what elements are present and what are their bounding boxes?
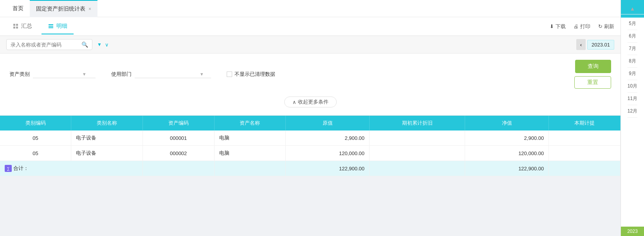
year-badge: 2023 — [621, 227, 644, 236]
table-container: 类别编码 类别名称 资产编码 资产名称 原值 期初累计折旧 净值 本期计提 05… — [0, 116, 621, 176]
print-icon: 🖨 — [574, 23, 579, 29]
date-label: 2023.01 — [592, 42, 610, 48]
search-icon: 🔍 — [81, 41, 88, 48]
total-icon: ∑ — [5, 165, 12, 172]
svg-rect-1 — [16, 24, 18, 26]
right-panel: ▲ 5月6月7月8月9月10月11月12月 2023 — [621, 0, 644, 236]
cell-asset-name: 电脑 — [214, 146, 286, 161]
month-item[interactable]: 8月 — [628, 55, 637, 68]
detail-label: 明细 — [56, 23, 67, 30]
collapse-up-icon: ∧ — [292, 99, 296, 105]
download-label: 下载 — [556, 23, 566, 30]
svg-rect-4 — [49, 24, 53, 25]
total-row: ∑ 合计： 122,900.00 122,900.00 — [0, 161, 621, 176]
hide-cleared-checkbox[interactable] — [227, 72, 232, 77]
total-net-value: 122,900.00 — [465, 161, 549, 176]
cell-asset-code: 000001 — [143, 131, 214, 146]
svg-rect-5 — [49, 26, 53, 27]
cell-accumulated-dep — [370, 131, 465, 146]
cell-asset-code: 000002 — [143, 146, 214, 161]
chevron-down-icon: ∨ — [105, 42, 109, 48]
col-current-period: 本期计提 — [549, 116, 621, 131]
cell-net-value: 120,000.00 — [465, 146, 549, 161]
total-label: 合计： — [13, 165, 29, 172]
asset-type-arrow: ▾ — [83, 71, 86, 77]
cell-category-name: 电子设备 — [71, 131, 143, 146]
col-original-value: 原值 — [286, 116, 370, 131]
total-asset-name — [214, 161, 286, 176]
col-accumulated-dep: 期初累计折旧 — [370, 116, 465, 131]
date-prev-btn[interactable]: ‹ — [576, 39, 586, 50]
cell-net-value: 2,900.00 — [465, 131, 549, 146]
month-item[interactable]: 7月 — [628, 43, 637, 55]
svg-rect-0 — [13, 24, 15, 26]
department-arrow: ▾ — [200, 71, 203, 77]
cell-category-name: 电子设备 — [71, 146, 143, 161]
col-net-value: 净值 — [465, 116, 549, 131]
department-label: 使用部门 — [111, 71, 132, 78]
tab-close-btn[interactable]: × — [88, 6, 91, 12]
top-bar: 首页 固定资产折旧统计表 × ✕ — [0, 0, 621, 17]
search-input[interactable] — [11, 42, 79, 48]
filter-row: 资产类别 ▾ 使用部门 ▾ 不显示已清理数据 查询 重置 — [9, 60, 611, 89]
asset-type-select[interactable]: ▾ — [33, 70, 96, 78]
month-list: 5月6月7月8月9月10月11月12月 — [628, 18, 637, 118]
search-bar: 🔍 ▼ ∨ ‹ 2023.01 — [0, 36, 621, 54]
query-btn[interactable]: 查询 — [575, 60, 611, 73]
right-panel-header: ▲ — [621, 0, 644, 18]
tab-active[interactable]: 固定资产折旧统计表 × — [30, 0, 97, 17]
refresh-btn[interactable]: ↻ 刷新 — [598, 23, 614, 30]
col-category-code: 类别编码 — [0, 116, 71, 131]
detail-icon — [48, 23, 54, 29]
scroll-up-btn[interactable]: ▲ — [621, 3, 644, 14]
tab-detail[interactable]: 明细 — [41, 19, 74, 34]
month-item[interactable]: 10月 — [628, 80, 637, 93]
department-select[interactable]: ▾ — [135, 70, 211, 78]
data-table: 类别编码 类别名称 资产编码 资产名称 原值 期初累计折旧 净值 本期计提 05… — [0, 116, 621, 176]
cell-category-code: 05 — [0, 146, 71, 161]
table-header-row: 类别编码 类别名称 资产编码 资产名称 原值 期初累计折旧 净值 本期计提 — [0, 116, 621, 131]
filter-icon: ▼ — [97, 42, 102, 47]
svg-rect-6 — [49, 27, 53, 28]
summary-icon — [13, 23, 19, 29]
cell-original-value: 120,000.00 — [286, 146, 370, 161]
col-asset-code: 资产编码 — [143, 116, 214, 131]
cell-accumulated-dep — [370, 146, 465, 161]
collapse-btn[interactable]: ∧ 收起更多条件 — [284, 97, 337, 107]
date-badge: 2023.01 — [587, 40, 614, 50]
department-field: 使用部门 ▾ — [111, 70, 211, 78]
hide-cleared-field: 不显示已清理数据 — [227, 71, 275, 78]
refresh-icon: ↻ — [598, 23, 603, 29]
print-btn[interactable]: 🖨 打印 — [574, 23, 590, 30]
summary-label: 汇总 — [21, 23, 32, 30]
filter-buttons: 查询 重置 — [574, 60, 611, 89]
print-label: 打印 — [580, 23, 590, 30]
table-row: 05 电子设备 000002 电脑 120,000.00 120,000.00 — [0, 146, 621, 161]
total-accumulated-dep — [370, 161, 465, 176]
tab-home[interactable]: 首页 — [6, 0, 30, 17]
month-item[interactable]: 5月 — [628, 18, 637, 30]
total-asset-code — [143, 161, 214, 176]
filter-panel: 资产类别 ▾ 使用部门 ▾ 不显示已清理数据 查询 重置 — [0, 54, 621, 116]
cell-current-period — [549, 131, 621, 146]
cell-current-period — [549, 146, 621, 161]
download-icon: ⬇ — [550, 23, 554, 29]
more-conditions-btn[interactable]: ▼ ∨ — [97, 42, 109, 48]
month-item[interactable]: 6月 — [628, 30, 637, 43]
asset-type-label: 资产类别 — [9, 71, 30, 78]
collapse-label: 收起更多条件 — [298, 98, 328, 105]
search-field-wrapper: 🔍 — [6, 39, 92, 50]
download-btn[interactable]: ⬇ 下载 — [550, 23, 566, 30]
reset-btn[interactable]: 重置 — [574, 76, 611, 89]
active-tab-label: 固定资产折旧统计表 — [36, 5, 85, 13]
col-category-name: 类别名称 — [71, 116, 143, 131]
svg-rect-3 — [16, 27, 18, 29]
month-item[interactable]: 9月 — [628, 68, 637, 80]
col-asset-name: 资产名称 — [214, 116, 286, 131]
total-label-cell: ∑ 合计： — [0, 161, 143, 176]
tab-summary[interactable]: 汇总 — [6, 19, 38, 34]
asset-type-field: 资产类别 ▾ — [9, 70, 96, 78]
month-item[interactable]: 12月 — [628, 105, 637, 118]
month-item[interactable]: 11月 — [628, 93, 637, 105]
total-original-value: 122,900.00 — [286, 161, 370, 176]
